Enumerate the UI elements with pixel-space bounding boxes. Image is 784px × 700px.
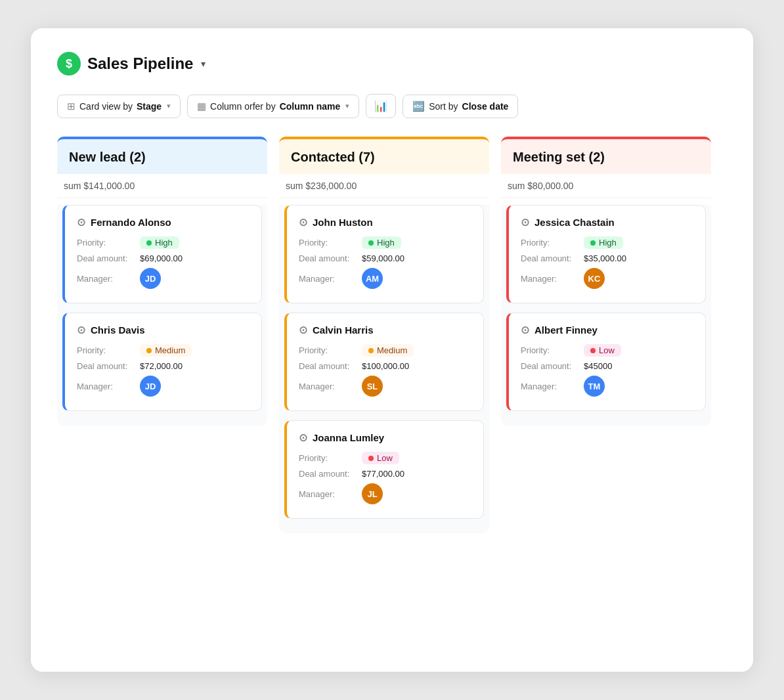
- deal-amount-row: Deal amount: $45000: [521, 361, 693, 371]
- table-row[interactable]: ⊙ Chris Davis Priority: Medium Deal amou…: [62, 313, 262, 411]
- sort-button[interactable]: 🔤 Sort by Close date: [403, 95, 518, 118]
- column-order-chevron-icon: ▾: [345, 102, 349, 110]
- avatar: JL: [362, 483, 383, 504]
- check-icon: ⊙: [299, 431, 307, 444]
- column-header-contacted: Contacted (7): [279, 137, 489, 174]
- page-title: Sales Pipeline: [87, 55, 193, 73]
- priority-label: Priority:: [521, 345, 580, 355]
- priority-dot-icon: [146, 348, 152, 353]
- title-chevron-icon[interactable]: ▾: [201, 58, 206, 69]
- manager-label: Manager:: [299, 489, 358, 499]
- column-content-new-lead: ⊙ Fernando Alonso Priority: High Deal am…: [57, 205, 267, 426]
- priority-label: Priority:: [299, 345, 358, 355]
- manager-label: Manager:: [299, 274, 358, 284]
- priority-dot-icon: [368, 348, 374, 353]
- priority-badge: Medium: [140, 344, 192, 357]
- column-order-icon: ▦: [197, 100, 206, 112]
- avatar: JD: [140, 376, 161, 397]
- column-content-meeting-set: ⊙ Jessica Chastain Priority: High Deal a…: [501, 205, 711, 426]
- column-content-contacted: ⊙ John Huston Priority: High Deal amount…: [279, 205, 489, 533]
- priority-row: Priority: High: [521, 236, 693, 249]
- table-row[interactable]: ⊙ John Huston Priority: High Deal amount…: [284, 205, 484, 303]
- manager-label: Manager:: [521, 274, 580, 284]
- deal-name: ⊙ Joanna Lumley: [299, 431, 471, 444]
- table-row[interactable]: ⊙ Joanna Lumley Priority: Low Deal amoun…: [284, 420, 484, 519]
- deal-amount-row: Deal amount: $59,000.00: [299, 253, 471, 263]
- deal-amount-row: Deal amount: $72,000.00: [77, 361, 250, 371]
- column-meeting-set: Meeting set (2)sum $80,000.00 ⊙ Jessica …: [501, 137, 711, 533]
- manager-label: Manager:: [299, 382, 358, 391]
- card-view-label: Card view by: [79, 101, 133, 112]
- manager-row: Manager: AM: [299, 268, 471, 289]
- column-sum-meeting-set: sum $80,000.00: [501, 174, 711, 198]
- deal-amount-label: Deal amount:: [299, 469, 358, 479]
- deal-amount-label: Deal amount:: [77, 253, 136, 263]
- priority-badge: Medium: [362, 344, 414, 357]
- priority-badge: Low: [362, 452, 399, 464]
- priority-row: Priority: High: [77, 236, 250, 249]
- manager-label: Manager:: [77, 382, 136, 391]
- check-icon: ⊙: [77, 216, 85, 229]
- check-icon: ⊙: [521, 216, 529, 229]
- priority-badge: High: [140, 236, 179, 249]
- column-new-lead: New lead (2)sum $141,000.00 ⊙ Fernando A…: [57, 137, 267, 533]
- deal-amount-label: Deal amount:: [521, 361, 580, 371]
- priority-dot-icon: [146, 240, 152, 246]
- table-row[interactable]: ⊙ Jessica Chastain Priority: High Deal a…: [506, 205, 706, 303]
- deal-amount-value: $72,000.00: [140, 361, 183, 371]
- deal-amount-value: $59,000.00: [362, 253, 404, 263]
- kanban-board: New lead (2)sum $141,000.00 ⊙ Fernando A…: [57, 137, 727, 533]
- column-header-new-lead: New lead (2): [57, 137, 267, 174]
- manager-row: Manager: JD: [77, 376, 250, 397]
- priority-label: Priority:: [299, 238, 358, 248]
- deal-amount-value: $35,000.00: [584, 253, 626, 263]
- column-order-button[interactable]: ▦ Column orfer by Column name ▾: [187, 95, 359, 118]
- check-icon: ⊙: [77, 324, 85, 336]
- card-view-button[interactable]: ⊞ Card view by Stage ▾: [57, 95, 181, 118]
- deal-amount-row: Deal amount: $100,000.00: [299, 361, 471, 371]
- deal-amount-value: $100,000.00: [362, 361, 409, 371]
- avatar: TM: [584, 376, 605, 397]
- deal-amount-value: $45000: [584, 361, 612, 371]
- deal-name: ⊙ Chris Davis: [77, 324, 250, 336]
- app-container: $ Sales Pipeline ▾ ⊞ Card view by Stage …: [31, 28, 753, 672]
- column-title-meeting-set: Meeting set (2): [513, 150, 605, 164]
- table-row[interactable]: ⊙ Albert Finney Priority: Low Deal amoun…: [506, 313, 706, 411]
- column-contacted: Contacted (7)sum $236,000.00 ⊙ John Hust…: [279, 137, 489, 533]
- table-row[interactable]: ⊙ Fernando Alonso Priority: High Deal am…: [62, 205, 262, 303]
- toolbar: ⊞ Card view by Stage ▾ ▦ Column orfer by…: [57, 94, 727, 118]
- column-sum-contacted: sum $236,000.00: [279, 174, 489, 198]
- priority-row: Priority: Medium: [77, 344, 250, 357]
- deal-name: ⊙ Fernando Alonso: [77, 216, 250, 229]
- app-icon: $: [57, 52, 81, 76]
- priority-dot-icon: [590, 240, 596, 246]
- avatar: SL: [362, 376, 383, 397]
- priority-dot-icon: [590, 348, 596, 353]
- deal-name: ⊙ Calvin Harris: [299, 324, 471, 336]
- deal-amount-row: Deal amount: $69,000.00: [77, 253, 250, 263]
- deal-amount-label: Deal amount:: [77, 361, 136, 371]
- priority-row: Priority: Low: [521, 344, 693, 357]
- column-title-contacted: Contacted (7): [291, 150, 375, 164]
- header: $ Sales Pipeline ▾: [57, 52, 727, 76]
- column-sum-new-lead: sum $141,000.00: [57, 174, 267, 198]
- deal-amount-label: Deal amount:: [299, 253, 358, 263]
- manager-row: Manager: SL: [299, 376, 471, 397]
- manager-row: Manager: JL: [299, 483, 471, 504]
- table-row[interactable]: ⊙ Calvin Harris Priority: Medium Deal am…: [284, 313, 484, 411]
- priority-row: Priority: High: [299, 236, 471, 249]
- manager-row: Manager: JD: [77, 268, 250, 289]
- card-view-value: Stage: [137, 101, 162, 112]
- deal-amount-row: Deal amount: $35,000.00: [521, 253, 693, 263]
- priority-label: Priority:: [299, 453, 358, 463]
- priority-label: Priority:: [521, 238, 580, 248]
- card-view-icon: ⊞: [67, 100, 76, 112]
- column-order-value: Column name: [280, 101, 341, 112]
- deal-name: ⊙ John Huston: [299, 216, 471, 229]
- deal-amount-label: Deal amount:: [521, 253, 580, 263]
- bar-chart-icon: 📊: [374, 100, 387, 112]
- deal-name: ⊙ Albert Finney: [521, 324, 693, 336]
- chart-icon-button[interactable]: 📊: [366, 94, 396, 118]
- avatar: AM: [362, 268, 383, 289]
- avatar: JD: [140, 268, 161, 289]
